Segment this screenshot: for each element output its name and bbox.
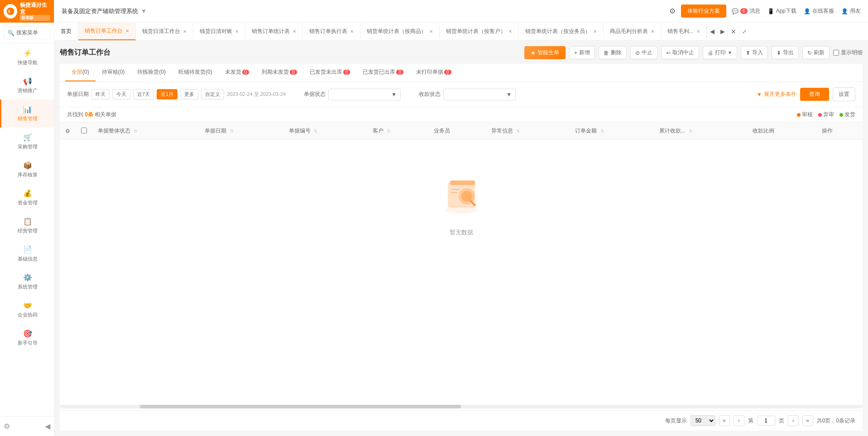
sidebar-item-guide[interactable]: 🎯 新手引导 [0, 324, 54, 352]
search-menu-button[interactable]: 🔍 搜索菜单 [4, 26, 50, 39]
tab-maximize-button[interactable]: ⤢ [739, 25, 749, 38]
col-checkbox[interactable] [76, 123, 92, 140]
payment-select[interactable]: ▼ [443, 89, 516, 100]
tab-close-sales-stats[interactable]: ✕ [293, 29, 296, 34]
review-action-button[interactable]: 审核 [797, 111, 813, 118]
sidebar-item-sales[interactable]: 📊 销售管理 [0, 100, 54, 128]
scrollbar-thumb[interactable] [140, 405, 461, 408]
date-more[interactable]: 更多 [180, 89, 198, 100]
query-button[interactable]: 查询 [800, 88, 829, 101]
app-download-button[interactable]: 📱 App下载 [767, 7, 796, 15]
filter-tab-pending-inspect[interactable]: 待拣验货(0) [131, 64, 172, 81]
tab-close-by-customer[interactable]: ✕ [508, 29, 512, 34]
sort-exception-icon[interactable]: ⇅ [516, 128, 520, 133]
dropdown-icon[interactable]: ▼ [141, 8, 147, 14]
sidebar-item-purchase[interactable]: 🛒 采购管理 [0, 128, 54, 156]
page-next-button[interactable]: › [788, 415, 799, 426]
tab-sales-profit[interactable]: 销售毛利... ✕ [661, 23, 707, 40]
filter-tab-unprinted[interactable]: 未打印单据0 [410, 64, 458, 81]
sidebar-item-cooperation[interactable]: 🤝 企业协同 [0, 296, 54, 324]
sidebar-item-operations[interactable]: 📋 经营管理 [0, 212, 54, 240]
horizontal-scrollbar[interactable] [60, 405, 863, 408]
page-last-button[interactable]: » [802, 415, 813, 426]
page-prev-button[interactable]: ‹ [734, 415, 744, 426]
export-button[interactable]: ⬇ 导出 [772, 46, 799, 59]
settings-filter-button[interactable]: 设置 [833, 87, 855, 101]
status-select[interactable]: ▼ [328, 89, 401, 100]
sort-amount-icon[interactable]: ⇅ [600, 128, 604, 133]
sidebar-item-basic-info[interactable]: 📄 基础信息 [0, 240, 54, 268]
filter-tab-shipped-not-out[interactable]: 已发货未出库0 [303, 64, 357, 81]
tab-close-sales-profit[interactable]: ✕ [696, 29, 700, 34]
online-service-button[interactable]: 👤 在线客服 [804, 7, 834, 15]
settings-icon[interactable]: ⚙ [4, 422, 10, 431]
ship-action-button[interactable]: 发货 [839, 111, 855, 118]
sidebar-item-quick-nav[interactable]: ⚡ 快捷导航 [0, 43, 54, 71]
tab-cash-reconcile[interactable]: 钱货日清对账 ✕ [193, 23, 245, 40]
tab-prev-button[interactable]: ◀ [707, 24, 717, 38]
stop-button[interactable]: ⊘ 中止 [630, 46, 657, 59]
table-scroll[interactable]: ⚙ 单据整体状态 ⇅ 单据日期 ⇅ [60, 123, 863, 403]
sidebar-search[interactable]: 🔍 搜索菜单 [0, 23, 54, 43]
sidebar-item-system[interactable]: ⚙️ 系统管理 [0, 268, 54, 296]
smart-generate-button[interactable]: ★ 智能生单 [524, 46, 566, 59]
sidebar-item-finance[interactable]: 💰 资金管理 [0, 184, 54, 212]
tab-close-all-button[interactable]: ✕ [728, 24, 739, 39]
date-1month[interactable]: 近1月 [157, 89, 177, 100]
filter-tab-unshipped[interactable]: 未发货0 [219, 64, 256, 81]
tab-sales-by-customer[interactable]: 销货单统计表（按客户） ✕ [440, 23, 519, 40]
gear-button[interactable]: ⚙ [669, 7, 676, 15]
sort-date-icon[interactable]: ⇅ [230, 128, 234, 133]
tab-sales-by-staff[interactable]: 销货单统计表（按业务员） ✕ [519, 23, 604, 40]
date-7days[interactable]: 近7天 [133, 89, 154, 100]
add-button[interactable]: + 新增 [569, 46, 595, 59]
tab-close-by-staff[interactable]: ✕ [593, 29, 597, 34]
date-yesterday[interactable]: 昨天 [91, 89, 110, 100]
filter-tab-overdue-unshipped[interactable]: 到期未发货0 [255, 64, 303, 81]
tab-close-cash-reconcile[interactable]: ✕ [235, 29, 239, 34]
date-today[interactable]: 今天 [112, 89, 130, 100]
tab-close-sales-order[interactable]: ✕ [125, 28, 129, 33]
tab-next-button[interactable]: ▶ [717, 24, 728, 38]
sort-number-icon[interactable]: ⇅ [314, 128, 317, 133]
date-custom[interactable]: 自定义 [201, 89, 224, 100]
page-size-select[interactable]: 50 100 200 [691, 415, 715, 426]
sort-received-icon[interactable]: ⇅ [689, 128, 692, 133]
delete-button[interactable]: 🗑 删除 [599, 46, 627, 59]
abandon-review-button[interactable]: 弃审 [818, 111, 834, 118]
industry-solution-button[interactable]: 体验行业方案 [681, 5, 726, 18]
tab-gross-margin[interactable]: 商品毛利分析表 ✕ [604, 23, 661, 40]
page-number-input[interactable] [757, 416, 775, 426]
sort-status-icon[interactable]: ⇅ [134, 128, 137, 133]
tab-close-cash-daily[interactable]: ✕ [183, 29, 187, 34]
tab-cash-daily[interactable]: 钱货日清工作台 ✕ [136, 23, 193, 40]
tab-sales-by-product[interactable]: 销货单统计表（按商品） ✕ [360, 23, 440, 40]
filter-tab-all[interactable]: 全部(0) [65, 64, 96, 81]
print-button[interactable]: 🖨 打印 ▼ [703, 46, 737, 59]
tab-home[interactable]: 首页 [54, 23, 78, 40]
filter-tab-pending-review[interactable]: 待审核(0) [96, 64, 131, 81]
tab-sales-exec[interactable]: 销售订单执行表 ✕ [303, 23, 360, 40]
tab-sales-stats[interactable]: 销售订单统计表 ✕ [245, 23, 303, 40]
sort-customer-icon[interactable]: ⇅ [387, 128, 390, 133]
show-detail-checkbox[interactable]: 显示明细 [833, 49, 863, 57]
sidebar-item-inventory[interactable]: 📦 库存核算 [0, 156, 54, 184]
select-all-checkbox[interactable] [81, 128, 87, 133]
message-button[interactable]: 💬 6 消息 [732, 7, 760, 15]
import-button[interactable]: ⬆ 导入 [741, 46, 768, 59]
tab-close-gross-margin[interactable]: ✕ [651, 29, 654, 34]
sidebar-item-marketing[interactable]: 📢 营销推广 [0, 71, 54, 100]
collapse-icon[interactable]: ◀ [45, 422, 50, 431]
expand-conditions-button[interactable]: ▼ 展开更多条件 [757, 90, 796, 98]
col-settings[interactable]: ⚙ [60, 123, 76, 140]
tab-close-sales-exec[interactable]: ✕ [350, 29, 354, 34]
filter-tab-wangpu[interactable]: 旺铺待发货(0) [172, 64, 219, 81]
refresh-button[interactable]: ↻ 刷新 [802, 46, 830, 59]
filter-tab-shipped-out[interactable]: 已发货已出库0 [356, 64, 410, 81]
cancel-stop-button[interactable]: ↩ 取消中止 [661, 46, 699, 59]
page-first-button[interactable]: « [719, 415, 730, 426]
show-detail-check[interactable] [833, 50, 839, 56]
tab-sales-order[interactable]: 销售订单工作台 ✕ [78, 23, 136, 40]
user-button[interactable]: 👤 用友 [841, 7, 861, 15]
tab-close-by-product[interactable]: ✕ [429, 29, 433, 34]
